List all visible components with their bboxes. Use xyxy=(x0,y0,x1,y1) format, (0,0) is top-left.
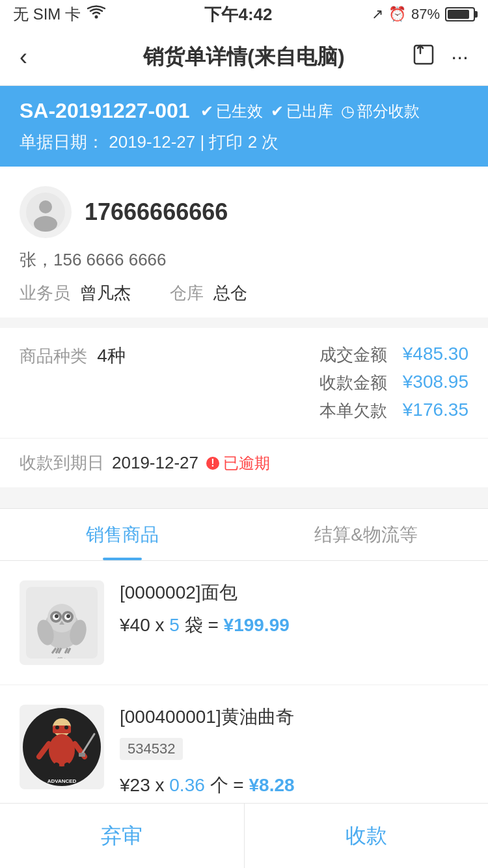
alarm-icon: ⏰ xyxy=(388,6,406,23)
svg-rect-34 xyxy=(79,753,85,757)
product-list: 管+ [0000002]面包 ¥40 x 5 袋 = ¥199.99 xyxy=(0,561,488,818)
amount-info: 成交金额 ¥485.30 收款金额 ¥308.95 本单欠款 ¥176.35 xyxy=(319,344,468,422)
status-time: 下午4:42 xyxy=(204,3,272,26)
svg-rect-25 xyxy=(53,726,71,733)
customer-name: 张，156 6666 6666 xyxy=(20,249,468,271)
avatar xyxy=(20,186,72,238)
divider-2 xyxy=(0,487,488,498)
check-icon-1: ✔ xyxy=(200,102,213,120)
svg-point-12 xyxy=(55,614,59,618)
location-icon: ↗ xyxy=(372,6,383,23)
clock-icon: ◷ xyxy=(341,102,355,120)
status-carrier: 无 SIM 卡 xyxy=(13,4,105,25)
back-button[interactable]: ‹ xyxy=(20,37,34,77)
tab-section: 销售商品 结算&物流等 xyxy=(0,508,488,561)
order-id: SA-20191227-001 xyxy=(20,99,190,123)
order-header: SA-20191227-001 ✔ 已生效 ✔ 已出库 ◷ 部分收款 单据日期：… xyxy=(0,86,488,167)
svg-point-13 xyxy=(66,614,70,618)
customer-phone: 17666666666 xyxy=(85,198,228,226)
customer-meta: 业务员 曾凡杰 仓库 总仓 xyxy=(20,282,468,305)
status-badge-shipped: ✔ 已出库 xyxy=(271,101,333,122)
product-info-1: [0000002]面包 ¥40 x 5 袋 = ¥199.99 xyxy=(120,580,468,638)
product-item: 管+ [0000002]面包 ¥40 x 5 袋 = ¥199.99 xyxy=(0,561,488,685)
product-price-1: ¥40 x 5 袋 = ¥199.99 xyxy=(120,613,468,638)
overdue-dot-icon: ! xyxy=(206,457,219,470)
battery-indicator xyxy=(445,7,475,21)
nav-bar: ‹ 销货单详情(来自电脑) ··· xyxy=(0,29,488,86)
product-price-2: ¥23 x 0.36 个 = ¥8.28 xyxy=(120,773,468,798)
more-icon[interactable]: ··· xyxy=(451,45,468,69)
svg-text:管+: 管+ xyxy=(57,657,66,658)
tab-products[interactable]: 销售商品 xyxy=(0,509,244,560)
tab-bar: 销售商品 结算&物流等 xyxy=(0,509,488,561)
tab-settlement[interactable]: 结算&物流等 xyxy=(244,509,488,560)
product-thumb-2: ADVANCED xyxy=(20,705,104,789)
overdue-badge: ! 已逾期 xyxy=(206,453,270,474)
sales-info: 业务员 曾凡杰 xyxy=(20,282,131,305)
svg-point-26 xyxy=(55,726,59,729)
cancel-review-button[interactable]: 弃审 xyxy=(0,804,245,868)
page-title: 销货单详情(来自电脑) xyxy=(143,43,344,72)
svg-point-3 xyxy=(39,200,52,213)
total-amount-row: 成交金额 ¥485.30 xyxy=(319,344,468,366)
payment-button[interactable]: 收款 xyxy=(245,804,489,868)
product-type-info: 商品种类 4种 xyxy=(20,344,126,371)
received-amount-row: 收款金额 ¥308.95 xyxy=(319,372,468,394)
status-badge-effective: ✔ 已生效 xyxy=(200,101,263,122)
check-icon-2: ✔ xyxy=(271,102,284,120)
status-badge-partial: ◷ 部分收款 xyxy=(341,101,420,122)
overdue-section: 收款到期日 2019-12-27 ! 已逾期 xyxy=(0,438,488,487)
product-item-2: ADVANCED [000400001]黄油曲奇 534532 ¥23 x 0.… xyxy=(0,685,488,818)
debt-amount-row: 本单欠款 ¥176.35 xyxy=(319,400,468,422)
status-badges: ✔ 已生效 ✔ 已出库 ◷ 部分收款 xyxy=(200,101,420,122)
battery-text: 87% xyxy=(411,6,440,23)
svg-point-4 xyxy=(34,216,57,232)
svg-point-27 xyxy=(64,726,68,729)
customer-section: 17666666666 张，156 6666 6666 业务员 曾凡杰 仓库 总… xyxy=(0,167,488,318)
nav-actions: ··· xyxy=(412,43,468,72)
wifi-icon xyxy=(87,5,105,23)
product-sku-2: 534532 xyxy=(120,738,183,760)
svg-point-28 xyxy=(49,734,75,766)
status-bar: 无 SIM 卡 下午4:42 ↗ ⏰ 87% xyxy=(0,0,488,29)
bottom-bar: 弃审 收款 xyxy=(0,803,488,868)
svg-point-0 xyxy=(95,16,98,19)
product-name-2: [000400001]黄油曲奇 xyxy=(120,705,468,729)
summary-section: 商品种类 4种 成交金额 ¥485.30 收款金额 ¥308.95 本单欠款 ¥… xyxy=(0,328,488,438)
product-info-2: [000400001]黄油曲奇 534532 ¥23 x 0.36 个 = ¥8… xyxy=(120,705,468,798)
product-thumb-1: 管+ xyxy=(20,580,104,665)
carrier-text: 无 SIM 卡 xyxy=(13,4,81,25)
product-name-1: [0000002]面包 xyxy=(120,580,468,605)
share-icon[interactable] xyxy=(412,43,435,72)
warehouse-info: 仓库 总仓 xyxy=(170,282,247,305)
status-right: ↗ ⏰ 87% xyxy=(372,6,475,23)
svg-text:ADVANCED: ADVANCED xyxy=(47,778,77,784)
order-date-row: 单据日期： 2019-12-27 | 打印 2 次 xyxy=(20,131,468,154)
divider-1 xyxy=(0,318,488,328)
